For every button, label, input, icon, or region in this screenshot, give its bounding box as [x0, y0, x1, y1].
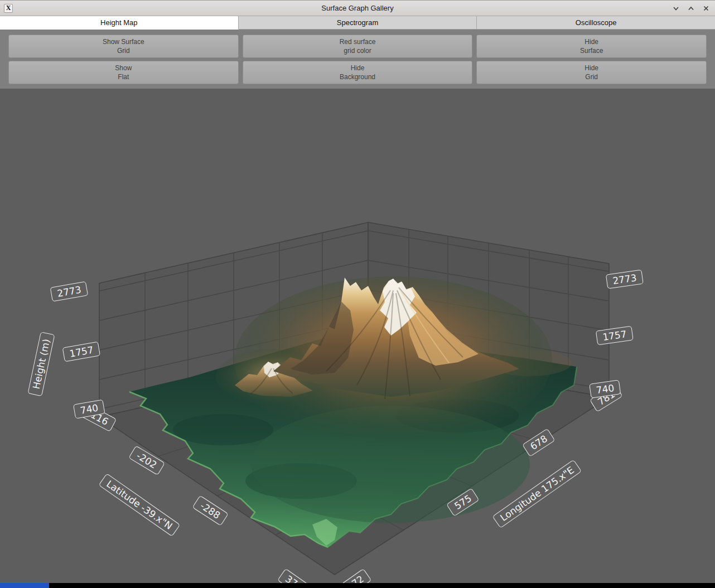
surface-grid-color-button[interactable]: Red surface grid color — [243, 35, 473, 58]
button-label: Hide — [584, 64, 598, 72]
button-label: Grid — [117, 46, 130, 55]
button-label: Grid — [585, 72, 598, 81]
button-label: Show Surface — [103, 37, 144, 46]
control-panel: Show Surface Grid Red surface grid color… — [0, 30, 715, 89]
tab-spectrogram[interactable]: Spectrogram — [239, 16, 477, 30]
button-label: Surface — [580, 46, 603, 55]
button-label: Show — [115, 64, 132, 72]
titlebar: X Surface Graph Gallery — [0, 1, 715, 16]
bottom-edge-strip — [0, 583, 715, 588]
hide-grid-button[interactable]: Hide Grid — [476, 61, 707, 84]
close-icon[interactable] — [702, 4, 711, 13]
hide-surface-button[interactable]: Hide Surface — [476, 35, 707, 58]
window-title: Surface Graph Gallery — [0, 4, 715, 12]
chevron-up-icon[interactable] — [687, 4, 695, 13]
hide-background-button[interactable]: Hide Background — [243, 61, 473, 84]
button-label: Background — [340, 72, 375, 81]
tab-bar: Height Map Spectrogram Oscilloscope — [0, 16, 715, 30]
show-surface-grid-button[interactable]: Show Surface Grid — [8, 35, 239, 58]
surface-3d-view[interactable]: 2773 1757 -116 740 Height (m) -202 -288 … — [0, 89, 715, 588]
tab-oscilloscope[interactable]: Oscilloscope — [477, 16, 715, 30]
button-label: Hide — [351, 64, 365, 72]
button-label: Hide — [584, 37, 598, 46]
button-label: Flat — [118, 72, 129, 81]
button-label: Red surface — [340, 37, 376, 46]
show-flat-button[interactable]: Show Flat — [8, 61, 239, 84]
taskbar-fragment — [0, 583, 49, 588]
tab-height-map[interactable]: Height Map — [0, 16, 239, 30]
app-window: X Surface Graph Gallery Height Map Spect… — [0, 0, 715, 588]
chevron-down-icon[interactable] — [671, 4, 680, 13]
button-label: grid color — [344, 46, 371, 55]
